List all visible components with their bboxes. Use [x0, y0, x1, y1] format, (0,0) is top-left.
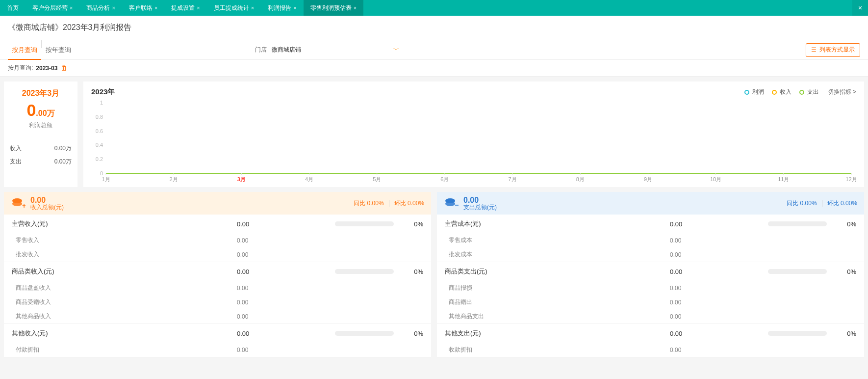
svg-text:5月: 5月: [373, 176, 381, 182]
progress-bar: [335, 331, 394, 336]
nav-tab[interactable]: 首页: [0, 0, 26, 16]
expense-label: 支出总额(元): [463, 204, 497, 211]
summary-amount: 0.00万: [10, 102, 72, 118]
expense-header: − 0.00 支出总额(元) 同比 0.00%环比 0.00%: [437, 192, 864, 215]
close-icon[interactable]: ×: [70, 5, 73, 11]
close-icon[interactable]: ×: [154, 5, 157, 11]
group-row: 其他支出(元)0.000%: [437, 324, 864, 343]
list-view-button[interactable]: ☰ 列表方式显示: [806, 43, 860, 57]
store-value: 微商城店铺: [272, 46, 301, 54]
summary-amount-label: 利润总额: [10, 121, 72, 130]
expense-amount: 0.00: [463, 196, 497, 205]
svg-text:4月: 4月: [305, 176, 313, 182]
group: 商品类支出(元)0.000%商品报损0.00商品赠出0.00其他商品支出0.00: [437, 262, 864, 324]
svg-text:0.2: 0.2: [96, 156, 103, 162]
nav-tab[interactable]: 零售利润预估表×: [304, 0, 363, 16]
close-icon[interactable]: ×: [251, 5, 254, 11]
expense-icon: −: [444, 196, 459, 211]
sub-row: 收款折扣0.00: [437, 343, 864, 357]
income-amount: 0.00: [30, 196, 64, 205]
progress-bar: [768, 221, 827, 226]
progress-bar: [768, 269, 827, 274]
svg-text:0.4: 0.4: [96, 142, 103, 148]
group-row: 商品类支出(元)0.000%: [437, 262, 864, 281]
calendar-icon[interactable]: 🗓: [60, 64, 67, 72]
filter-bar: 按月查询按年查询 门店 微商城店铺 ﹀ ☰ 列表方式显示: [0, 40, 868, 60]
group: 主营收入(元)0.000%零售收入0.00批发收入0.00: [4, 215, 431, 262]
query-label: 按月查询:: [8, 64, 33, 72]
nav-tab[interactable]: 员工提成统计×: [207, 0, 261, 16]
income-header: + 0.00 收入总额(元) 同比 0.00%环比 0.00%: [4, 192, 431, 215]
filter-tab[interactable]: 按月查询: [8, 40, 41, 60]
close-icon[interactable]: ×: [197, 5, 200, 11]
nav-tab[interactable]: 客户联络×: [122, 0, 164, 16]
sub-row: 其他商品支出0.00: [437, 309, 864, 324]
group: 其他收入(元)0.000%付款折扣0.00: [4, 324, 431, 357]
svg-text:1月: 1月: [102, 176, 110, 182]
sub-row: 其他商品收入0.00: [4, 309, 431, 324]
income-label: 收入总额(元): [30, 204, 64, 211]
list-view-label: 列表方式显示: [819, 46, 855, 54]
svg-text:8月: 8月: [576, 176, 585, 182]
legend-dot-expense-icon: [799, 90, 804, 95]
summary-row: 支出0.00万: [10, 158, 72, 166]
income-panel: + 0.00 收入总额(元) 同比 0.00%环比 0.00% 主营收入(元)0…: [4, 192, 431, 357]
query-line: 按月查询: 2023-03 🗓: [0, 60, 868, 77]
close-all-button[interactable]: ×: [852, 0, 868, 16]
close-icon[interactable]: ×: [293, 5, 296, 11]
svg-text:0.6: 0.6: [96, 128, 103, 134]
summary-row: 收入0.00万: [10, 144, 72, 153]
progress-bar: [768, 331, 827, 336]
sub-row: 批发成本0.00: [437, 247, 864, 262]
nav-tab[interactable]: 客户分层经营×: [26, 0, 79, 16]
group: 主营成本(元)0.000%零售成本0.00批发成本0.00: [437, 215, 864, 262]
svg-text:12月: 12月: [845, 176, 856, 182]
sub-row: 零售成本0.00: [437, 233, 864, 247]
group: 其他支出(元)0.000%收款折扣0.00: [437, 324, 864, 357]
ratio: 同比 0.00%: [354, 199, 383, 208]
sub-row: 商品赠出0.00: [437, 295, 864, 309]
summary-month: 2023年3月: [10, 88, 72, 99]
sub-row: 商品受赠收入0.00: [4, 295, 431, 309]
chart-card: 2023年 利润 收入 支出 切换指标 > 10.80.60.40.201月2月…: [83, 81, 864, 187]
group-row: 其他收入(元)0.000%: [4, 324, 431, 343]
ratio: 环比 0.00%: [827, 199, 857, 208]
svg-text:3月: 3月: [237, 176, 246, 182]
store-selector[interactable]: 门店 微商城店铺 ﹀: [255, 46, 399, 54]
legend-dot-profit-icon: [744, 90, 749, 95]
svg-point-32: [12, 201, 22, 206]
nav-tab[interactable]: 利润报告×: [261, 0, 303, 16]
switch-metric-button[interactable]: 切换指标 >: [828, 88, 856, 96]
svg-text:2月: 2月: [170, 176, 178, 182]
chart-body: 10.80.60.40.201月2月3月4月5月6月7月8月9月10月11月12…: [91, 100, 856, 183]
chart-legend: 利润 收入 支出: [744, 88, 819, 96]
svg-point-35: [445, 201, 455, 206]
close-icon[interactable]: ×: [112, 5, 115, 11]
group-row: 主营收入(元)0.000%: [4, 215, 431, 233]
sub-row: 批发收入0.00: [4, 247, 431, 262]
nav-tab[interactable]: 商品分析×: [79, 0, 122, 16]
svg-text:1: 1: [100, 100, 103, 106]
sub-row: 商品报损0.00: [437, 281, 864, 295]
legend-dot-income-icon: [772, 90, 777, 95]
nav-tab[interactable]: 提成设置×: [164, 0, 206, 16]
list-icon: ☰: [811, 47, 817, 54]
svg-text:10月: 10月: [710, 176, 721, 182]
svg-text:−: −: [455, 201, 459, 209]
group-row: 主营成本(元)0.000%: [437, 215, 864, 233]
svg-text:0: 0: [100, 170, 103, 176]
store-label: 门店: [255, 46, 267, 54]
query-value: 2023-03: [36, 65, 57, 72]
svg-text:9月: 9月: [644, 176, 652, 182]
svg-text:0.8: 0.8: [96, 114, 103, 120]
chart-title: 2023年: [91, 87, 115, 97]
group-row: 商品类收入(元)0.000%: [4, 262, 431, 281]
svg-text:+: +: [22, 202, 26, 210]
progress-bar: [335, 221, 394, 226]
ratio: 环比 0.00%: [394, 199, 424, 208]
sub-row: 商品盘盈收入0.00: [4, 281, 431, 295]
close-icon[interactable]: ×: [354, 5, 357, 11]
progress-bar: [335, 269, 394, 274]
filter-tab[interactable]: 按年查询: [42, 40, 75, 60]
svg-text:7月: 7月: [509, 176, 517, 182]
